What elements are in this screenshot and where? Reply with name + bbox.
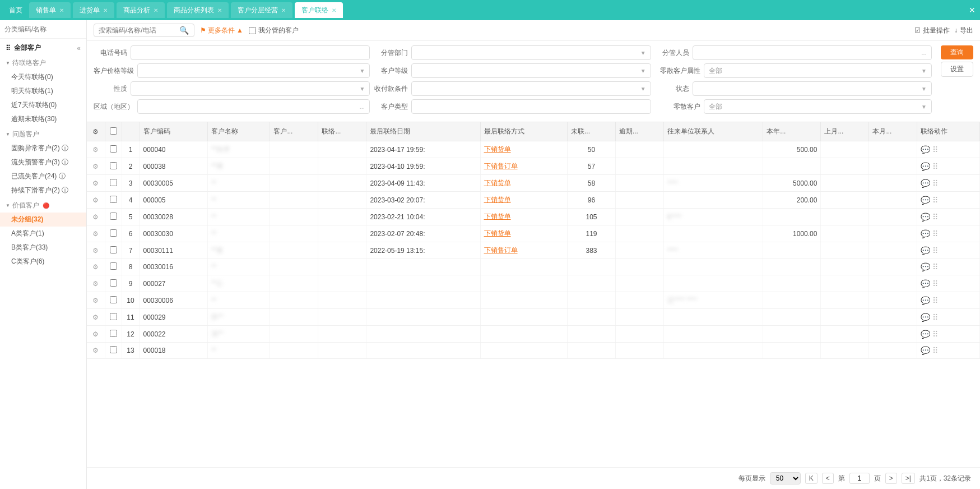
search-box[interactable]: 🔍 <box>94 24 194 37</box>
row-checkbox[interactable] <box>110 196 117 203</box>
filter-cust-type-select[interactable] <box>411 99 651 114</box>
filter-payment-select[interactable]: ▼ <box>411 81 651 96</box>
last-page-btn[interactable]: >| <box>902 473 915 484</box>
contact-col-header[interactable]: 联络... <box>318 122 366 141</box>
my-customers-checkbox[interactable] <box>249 27 256 34</box>
row-settings-icon[interactable]: ⚙ <box>92 230 99 238</box>
row-checkbox[interactable] <box>110 296 117 303</box>
last-month-header[interactable]: 上月... <box>821 122 869 141</box>
search-icon[interactable]: 🔍 <box>179 26 189 35</box>
row-settings-icon[interactable]: ⚙ <box>92 297 99 305</box>
grid-action-icon[interactable]: ⠿ <box>932 229 938 238</box>
message-icon[interactable]: 💬 <box>921 262 930 271</box>
message-icon[interactable]: 💬 <box>921 179 930 188</box>
reset-button[interactable]: 设置 <box>941 62 973 77</box>
row-checkbox[interactable] <box>110 213 117 220</box>
close-sales-tab[interactable]: ✕ <box>59 7 64 13</box>
close-purchase-tab[interactable]: ✕ <box>103 7 108 13</box>
row-settings-icon[interactable]: ⚙ <box>92 330 99 338</box>
sidebar-item-tomorrow-pending[interactable]: 明天待联络(1) <box>0 84 86 98</box>
sidebar-group-value[interactable]: ▼ 价值客户 🔴 <box>0 197 86 213</box>
filter-status-select[interactable]: ▼ <box>693 81 932 96</box>
contact-way-link[interactable]: 下销货单 <box>484 229 511 237</box>
page-size-select[interactable]: 50 100 200 <box>770 472 801 485</box>
contact-way-link[interactable]: 下销货单 <box>484 145 511 153</box>
sidebar-item-abnormal[interactable]: 固购异常客户(2) ⓘ <box>0 141 86 155</box>
row-settings-icon[interactable]: ⚙ <box>92 263 99 271</box>
sidebar-search-input[interactable] <box>4 25 87 33</box>
this-month-header[interactable]: 本月... <box>869 122 917 141</box>
message-icon[interactable]: 💬 <box>921 279 930 288</box>
grid-action-icon[interactable]: ⠿ <box>932 246 938 255</box>
search-input[interactable] <box>99 26 177 34</box>
grid-action-icon[interactable]: ⠿ <box>932 162 938 171</box>
filter-price-select[interactable]: ▼ <box>137 63 370 78</box>
type-col-header[interactable]: 客户... <box>270 122 318 141</box>
message-icon[interactable]: 💬 <box>921 162 930 171</box>
row-checkbox[interactable] <box>110 179 117 186</box>
last-contact-way-header[interactable]: 最后联络方式 <box>480 122 567 141</box>
message-icon[interactable]: 💬 <box>921 229 930 238</box>
name-col-header[interactable]: 客户名称 <box>207 122 270 141</box>
row-settings-icon[interactable]: ⚙ <box>92 196 99 204</box>
batch-ops-btn[interactable]: ☑ 批量操作 <box>914 26 950 35</box>
tab-product-analysis-list[interactable]: 商品分析列表 ✕ <box>167 2 229 18</box>
sidebar-item-7day-pending[interactable]: 近7天待联络(0) <box>0 98 86 112</box>
filter-cust-level-select[interactable]: ▼ <box>411 63 651 78</box>
grid-action-icon[interactable]: ⠿ <box>932 262 938 271</box>
sidebar-item-churned[interactable]: 已流失客户(24) ⓘ <box>0 169 86 183</box>
row-settings-icon[interactable]: ⚙ <box>92 280 99 288</box>
sidebar-item-churn-warning[interactable]: 流失预警客户(3) ⓘ <box>0 155 86 169</box>
grid-action-icon[interactable]: ⠿ <box>932 213 938 222</box>
tab-product-analysis[interactable]: 商品分析 ✕ <box>117 2 165 18</box>
message-icon[interactable]: 💬 <box>921 213 930 222</box>
message-icon[interactable]: 💬 <box>921 246 930 255</box>
window-close-button[interactable]: ✕ <box>969 6 976 15</box>
filter-nature-select[interactable]: ▼ <box>131 81 370 96</box>
page-input[interactable] <box>849 473 870 484</box>
filter-person-select[interactable]: … <box>693 45 932 60</box>
contact-way-link[interactable]: 下销售订单 <box>484 246 518 254</box>
row-settings-icon[interactable]: ⚙ <box>92 247 99 255</box>
message-icon[interactable]: 💬 <box>921 330 930 339</box>
sidebar-collapse-icon[interactable]: « <box>77 44 81 52</box>
close-product-list-tab[interactable]: ✕ <box>217 7 222 13</box>
tab-customer-segment[interactable]: 客户分层经营 ✕ <box>231 2 292 18</box>
grid-action-icon[interactable]: ⠿ <box>932 296 938 305</box>
grid-action-icon[interactable]: ⠿ <box>932 313 938 322</box>
filter-dept-select[interactable]: ▼ <box>411 45 651 60</box>
checkbox-col-header[interactable] <box>105 122 122 141</box>
message-icon[interactable]: 💬 <box>921 145 930 154</box>
filter-region-select[interactable]: … <box>137 99 370 114</box>
tab-customer-contact[interactable]: 客户联络 ✕ <box>295 2 343 18</box>
message-icon[interactable]: 💬 <box>921 313 930 322</box>
row-checkbox[interactable] <box>110 330 117 337</box>
sidebar-item-declining[interactable]: 持续下滑客户(2) ⓘ <box>0 183 86 197</box>
company-contact-header[interactable]: 往来单位联系人 <box>663 122 763 141</box>
grid-action-icon[interactable]: ⠿ <box>932 330 938 339</box>
home-tab[interactable]: 首页 <box>4 6 27 15</box>
message-icon[interactable]: 💬 <box>921 296 930 305</box>
sidebar-item-c-customers[interactable]: C类客户(6) <box>0 255 86 269</box>
sidebar-item-today-pending[interactable]: 今天待联络(0) <box>0 70 86 84</box>
sidebar-group-pending[interactable]: ▼ 待联络客户 <box>0 55 86 70</box>
select-all-checkbox[interactable] <box>110 127 117 135</box>
message-icon[interactable]: 💬 <box>921 346 930 355</box>
last-contact-date-header[interactable]: 最后联络日期 <box>366 122 480 141</box>
row-checkbox[interactable] <box>110 145 117 153</box>
row-checkbox[interactable] <box>110 262 117 270</box>
next-page-btn[interactable]: > <box>885 473 897 484</box>
row-settings-icon[interactable]: ⚙ <box>92 179 99 187</box>
settings-col-header[interactable]: ⚙ <box>87 122 105 141</box>
row-settings-icon[interactable]: ⚙ <box>92 347 99 354</box>
sidebar-item-b-customers[interactable]: B类客户(33) <box>0 241 86 255</box>
filter-retail-attr-select[interactable]: 全部 ▼ <box>704 63 932 78</box>
row-settings-icon[interactable]: ⚙ <box>92 163 99 170</box>
row-settings-icon[interactable]: ⚙ <box>92 146 99 154</box>
prev-page-btn[interactable]: < <box>822 473 834 484</box>
row-checkbox[interactable] <box>110 346 117 353</box>
row-checkbox[interactable] <box>110 313 117 320</box>
overdue-header[interactable]: 逾期... <box>615 122 663 141</box>
contact-way-link[interactable]: 下销货单 <box>484 213 511 220</box>
close-contact-tab[interactable]: ✕ <box>332 7 336 13</box>
